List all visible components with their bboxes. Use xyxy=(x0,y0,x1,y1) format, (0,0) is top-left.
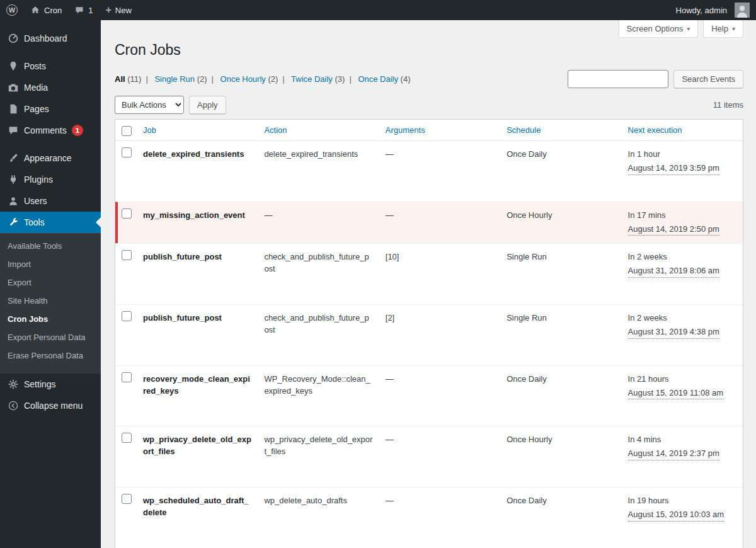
filter-twice-daily[interactable]: Twice Daily (3) xyxy=(291,74,345,84)
sidebar-item-comments[interactable]: Comments 1 xyxy=(0,120,101,141)
sidebar-item-plugins[interactable]: Plugins xyxy=(0,169,101,190)
comments-badge: 1 xyxy=(72,125,83,136)
table-row: recovery_mode_clean_expired_keys WP_Reco… xyxy=(115,365,743,426)
job-action: wp_delete_auto_drafts xyxy=(258,487,379,548)
sidebar-label: Pages xyxy=(24,104,49,114)
job-name: publish_future_post xyxy=(137,304,258,365)
job-schedule: Single Run xyxy=(500,243,621,304)
howdy-account-menu[interactable]: Howdy, admin xyxy=(670,0,756,20)
search-input[interactable] xyxy=(568,70,668,88)
job-next-execution: In 21 hours August 15, 2019 11:08 am xyxy=(622,365,743,426)
sidebar-item-cron-jobs[interactable]: Cron Jobs xyxy=(0,310,101,328)
row-checkbox[interactable] xyxy=(122,147,132,157)
sidebar-label: Collapse menu xyxy=(24,401,83,411)
row-checkbox[interactable] xyxy=(122,250,132,260)
items-count: 11 items xyxy=(713,100,743,110)
screen-options-button[interactable]: Screen Options ▾ xyxy=(619,20,699,38)
job-name: delete_expired_transients xyxy=(137,141,258,202)
filter-once-daily[interactable]: Once Daily (4) xyxy=(358,74,410,84)
sidebar-item-import[interactable]: Import xyxy=(0,255,101,273)
sidebar-item-dashboard[interactable]: Dashboard xyxy=(0,28,101,49)
menu-separator xyxy=(0,141,101,147)
job-schedule: Single Run xyxy=(500,304,621,365)
filter-all[interactable]: All (11) xyxy=(115,74,141,84)
sidebar-label: Comments xyxy=(24,125,67,135)
admin-sidebar: Dashboard Posts Media Pages Comments 1 A… xyxy=(0,20,101,548)
sidebar-item-tools[interactable]: Tools xyxy=(0,212,101,233)
job-arguments: [10] xyxy=(379,243,500,304)
filter-single-run[interactable]: Single Run (2) xyxy=(154,74,207,84)
sidebar-item-available-tools[interactable]: Available Tools xyxy=(0,237,101,255)
chevron-down-icon: ▾ xyxy=(732,25,735,32)
site-name-link[interactable]: Cron xyxy=(24,0,68,20)
job-action: — xyxy=(258,202,379,244)
sidebar-item-pages[interactable]: Pages xyxy=(0,98,101,120)
table-header-row: Job Action Arguments Schedule Next execu… xyxy=(115,120,743,141)
table-row: wp_scheduled_auto_draft_delete wp_delete… xyxy=(115,487,743,548)
next-execution-date: August 14, 2019 2:37 pm xyxy=(628,448,719,460)
apply-button[interactable]: Apply xyxy=(189,96,226,114)
job-action: delete_expired_transients xyxy=(258,141,379,202)
job-action: wp_privacy_delete_old_export_files xyxy=(258,426,379,487)
job-next-execution: In 2 weeks August 31, 2019 8:06 am xyxy=(622,243,743,304)
row-checkbox[interactable] xyxy=(122,311,132,321)
job-action: WP_Recovery_Mode::clean_expired_keys xyxy=(258,365,379,426)
sidebar-item-export[interactable]: Export xyxy=(0,273,101,292)
users-icon xyxy=(8,195,19,207)
bulk-actions-select[interactable]: Bulk Actions xyxy=(115,96,184,114)
column-header-schedule[interactable]: Schedule xyxy=(507,125,541,135)
sidebar-item-users[interactable]: Users xyxy=(0,190,101,212)
job-arguments: — xyxy=(379,426,500,487)
home-icon xyxy=(30,5,40,15)
table-row: wp_privacy_delete_old_export_files wp_pr… xyxy=(115,426,743,487)
sidebar-item-posts[interactable]: Posts xyxy=(0,55,101,77)
sidebar-label: Posts xyxy=(24,61,46,71)
job-action: check_and_publish_future_post xyxy=(258,304,379,365)
filter-separator: | xyxy=(349,74,351,84)
help-button[interactable]: Help ▾ xyxy=(703,20,743,38)
filter-once-hourly[interactable]: Once Hourly (2) xyxy=(220,74,278,84)
job-arguments: — xyxy=(379,487,500,548)
job-arguments: [2] xyxy=(379,304,500,365)
dashboard-icon xyxy=(8,33,19,44)
search-events-button[interactable]: Search Events xyxy=(673,70,743,88)
pages-icon xyxy=(8,103,19,115)
row-checkbox[interactable] xyxy=(122,208,132,219)
column-header-next-execution[interactable]: Next execution xyxy=(628,125,682,135)
next-execution-relative: In 2 weeks xyxy=(628,312,736,324)
sidebar-item-settings[interactable]: Settings xyxy=(0,374,101,395)
column-header-arguments[interactable]: Arguments xyxy=(386,125,425,135)
avatar xyxy=(735,3,750,18)
column-header-job[interactable]: Job xyxy=(143,125,156,135)
sidebar-item-export-personal-data[interactable]: Export Personal Data xyxy=(0,328,101,346)
select-all-checkbox[interactable] xyxy=(122,126,132,136)
collapse-menu-button[interactable]: Collapse menu xyxy=(0,395,101,416)
job-arguments: — xyxy=(379,202,500,244)
row-checkbox[interactable] xyxy=(122,433,132,443)
sidebar-item-media[interactable]: Media xyxy=(0,77,101,98)
row-checkbox[interactable] xyxy=(122,494,132,504)
job-schedule: Once Hourly xyxy=(500,426,621,487)
job-schedule: Once Daily xyxy=(500,365,621,426)
site-name-label: Cron xyxy=(44,6,62,15)
sidebar-item-appearance[interactable]: Appearance xyxy=(0,147,101,169)
wp-logo-menu[interactable]: W xyxy=(0,0,24,20)
adminbar-comments-link[interactable]: 1 xyxy=(68,0,99,20)
tools-submenu: Available Tools Import Export Site Healt… xyxy=(0,233,101,374)
sidebar-item-erase-personal-data[interactable]: Erase Personal Data xyxy=(0,346,101,365)
job-name: wp_privacy_delete_old_export_files xyxy=(137,426,258,487)
screen-meta-links: Screen Options ▾ Help ▾ xyxy=(115,20,743,38)
settings-icon xyxy=(8,379,19,390)
next-execution-relative: In 19 hours xyxy=(628,495,736,507)
job-name: wp_scheduled_auto_draft_delete xyxy=(137,487,258,548)
column-header-action[interactable]: Action xyxy=(264,125,287,135)
sidebar-label: Plugins xyxy=(24,174,53,185)
main-content: Screen Options ▾ Help ▾ Cron Jobs All (1… xyxy=(101,20,756,548)
filter-separator: | xyxy=(282,74,284,84)
job-next-execution: In 4 mins August 14, 2019 2:37 pm xyxy=(622,426,743,487)
chevron-down-icon: ▾ xyxy=(687,25,690,32)
row-checkbox[interactable] xyxy=(122,372,132,382)
adminbar-new-link[interactable]: + New xyxy=(99,0,137,20)
sidebar-item-site-health[interactable]: Site Health xyxy=(0,292,101,310)
next-execution-date: August 14, 2019 2:50 pm xyxy=(628,224,719,236)
